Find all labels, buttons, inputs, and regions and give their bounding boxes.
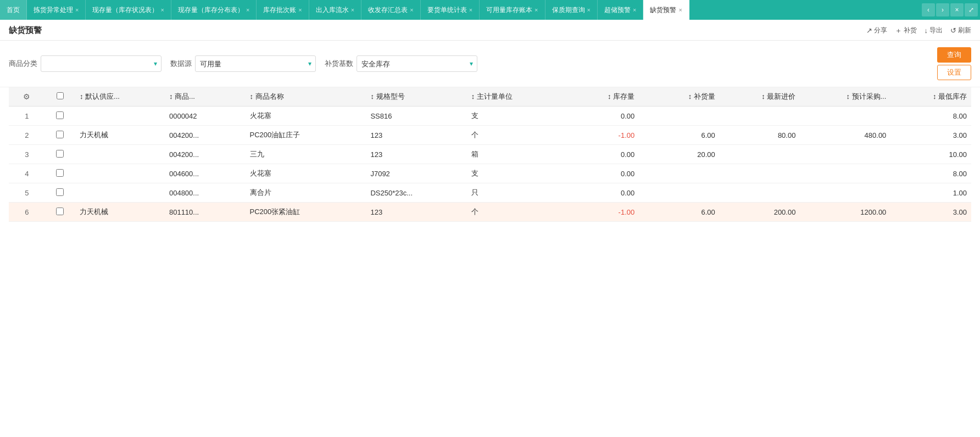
row-replenish — [639, 164, 720, 183]
select-all-checkbox[interactable] — [57, 92, 64, 99]
tab-available[interactable]: 可用量库存账本 × — [480, 0, 545, 20]
column-settings-icon[interactable]: ⚙ — [23, 92, 30, 101]
th-replenish[interactable]: ↕ 补货量 — [639, 87, 720, 107]
tab-batch[interactable]: 库存批次账 × — [257, 0, 309, 20]
export-action[interactable]: ↓ 导出 — [925, 26, 943, 35]
data-table: ⚙ ↕ 默认供应... ↕ 商品... ↕ 商品名称 ↕ — [9, 87, 971, 222]
th-est-purchase[interactable]: ↕ 预计采购... — [800, 87, 890, 107]
row-unit: 个 — [467, 203, 559, 222]
tab-abnormal[interactable]: 拣货异常处理 × — [27, 0, 86, 20]
row-checkbox-cell — [45, 145, 75, 164]
th-replenish-label: ↕ 补货量 — [688, 92, 715, 100]
datasource-select[interactable]: 可用量 — [195, 55, 316, 72]
tab-scroll-left[interactable]: ‹ — [922, 3, 935, 16]
row-min-stock: 3.00 — [890, 126, 971, 145]
th-latest-price[interactable]: ↕ 最新进价 — [720, 87, 800, 107]
tab-inout-flow[interactable]: 出入库流水 × — [309, 0, 361, 20]
tab-shortage[interactable]: 缺货预警 × — [643, 0, 689, 20]
replenish-action[interactable]: ＋ 补货 — [895, 26, 917, 36]
row-min-stock: 1.00 — [890, 183, 971, 203]
page-title: 缺货预警 — [9, 25, 42, 36]
refresh-icon: ↺ — [950, 26, 956, 35]
replenish-base-select[interactable]: 安全库存 — [357, 55, 477, 72]
tab-inout-flow-close[interactable]: × — [351, 7, 354, 13]
row-index: 3 — [9, 145, 45, 164]
tab-home[interactable]: 首页 — [0, 0, 27, 20]
category-select[interactable] — [41, 55, 162, 72]
tab-expiry-label: 保质期查询 — [552, 5, 585, 15]
tab-collect-close[interactable]: × — [410, 7, 413, 13]
table-row: 6力天机械801110...PC200张紧油缸123个-1.006.00200.… — [9, 203, 971, 222]
tab-abnormal-label: 拣货异常处理 — [34, 5, 73, 15]
tab-overstock[interactable]: 超储预警 × — [598, 0, 643, 20]
tab-stock-dist[interactable]: 现存量（库存分布表） × — [171, 0, 257, 20]
row-replenish: 20.00 — [639, 145, 720, 164]
th-latest-price-label: ↕ 最新进价 — [761, 92, 795, 100]
tab-available-label: 可用量库存账本 — [486, 5, 532, 15]
tab-collect[interactable]: 收发存汇总表 × — [361, 0, 420, 20]
tab-close-all[interactable]: × — [950, 3, 964, 16]
tab-expiry[interactable]: 保质期查询 × — [545, 0, 598, 20]
tab-demand-close[interactable]: × — [469, 7, 472, 13]
th-checkbox[interactable] — [45, 87, 75, 107]
row-spec: 123 — [366, 126, 466, 145]
tab-expiry-close[interactable]: × — [587, 7, 591, 13]
tab-shortage-close[interactable]: × — [678, 7, 682, 13]
tab-stock-status-close[interactable]: × — [160, 7, 164, 13]
th-min-stock-label: ↕ 最低库存 — [933, 92, 967, 100]
th-unit[interactable]: ↕ 主计量单位 — [467, 87, 559, 107]
row-unit: 支 — [467, 107, 559, 126]
th-settings[interactable]: ⚙ — [9, 87, 45, 107]
refresh-label: 刷新 — [958, 26, 971, 35]
tab-overstock-close[interactable]: × — [633, 7, 636, 13]
row-name: 三九 — [246, 145, 366, 164]
refresh-action[interactable]: ↺ 刷新 — [950, 26, 971, 35]
row-index: 6 — [9, 203, 45, 222]
row-checkbox-cell — [45, 107, 75, 126]
tab-inout-flow-label: 出入库流水 — [316, 5, 349, 15]
table-row: 3004200...三九123箱0.0020.0010.00 — [9, 145, 971, 164]
th-supplier[interactable]: ↕ 默认供应... — [75, 87, 165, 107]
row-checkbox[interactable] — [56, 169, 64, 177]
th-code[interactable]: ↕ 商品... — [165, 87, 246, 107]
category-select-wrapper — [41, 55, 162, 72]
row-spec: DS250*23c... — [366, 183, 466, 203]
th-name[interactable]: ↕ 商品名称 — [246, 87, 366, 107]
th-spec[interactable]: ↕ 规格型号 — [366, 87, 466, 107]
tab-demand[interactable]: 要货单统计表 × — [421, 0, 480, 20]
row-spec: 123 — [366, 203, 466, 222]
tab-abnormal-close[interactable]: × — [75, 7, 79, 13]
row-est-purchase — [800, 183, 890, 203]
tab-fullscreen[interactable]: ⤢ — [965, 3, 978, 16]
row-checkbox[interactable] — [56, 208, 64, 215]
th-stock[interactable]: ↕ 库存量 — [559, 87, 639, 107]
row-checkbox[interactable] — [56, 150, 64, 158]
share-action[interactable]: ↗ 分享 — [866, 26, 887, 35]
query-button[interactable]: 查询 — [937, 47, 971, 63]
replenish-icon: ＋ — [895, 26, 902, 36]
row-index: 4 — [9, 164, 45, 183]
th-est-purchase-label: ↕ 预计采购... — [846, 92, 886, 100]
settings-button[interactable]: 设置 — [937, 65, 971, 80]
th-min-stock[interactable]: ↕ 最低库存 — [890, 87, 971, 107]
row-latest-price: 80.00 — [720, 126, 800, 145]
row-replenish — [639, 183, 720, 203]
tab-home-label: 首页 — [7, 5, 20, 15]
row-min-stock: 3.00 — [890, 203, 971, 222]
tab-stock-dist-close[interactable]: × — [246, 7, 249, 13]
row-checkbox-cell — [45, 126, 75, 145]
tab-scroll-right[interactable]: › — [936, 3, 949, 16]
tab-stock-status[interactable]: 现存量（库存状况表） × — [86, 0, 171, 20]
row-supplier: 力天机械 — [75, 126, 165, 145]
row-code: 004800... — [165, 183, 246, 203]
row-checkbox[interactable] — [56, 188, 64, 196]
tab-batch-close[interactable]: × — [298, 7, 302, 13]
row-name: 火花塞 — [246, 107, 366, 126]
page-header: 缺货预警 ↗ 分享 ＋ 补货 ↓ 导出 ↺ 刷新 — [0, 20, 980, 41]
th-stock-label: ↕ 库存量 — [608, 92, 634, 100]
tab-available-close[interactable]: × — [534, 7, 538, 13]
row-checkbox[interactable] — [56, 131, 64, 138]
category-filter-group: 商品分类 — [9, 55, 162, 72]
row-checkbox[interactable] — [56, 111, 64, 119]
row-latest-price: 200.00 — [720, 203, 800, 222]
